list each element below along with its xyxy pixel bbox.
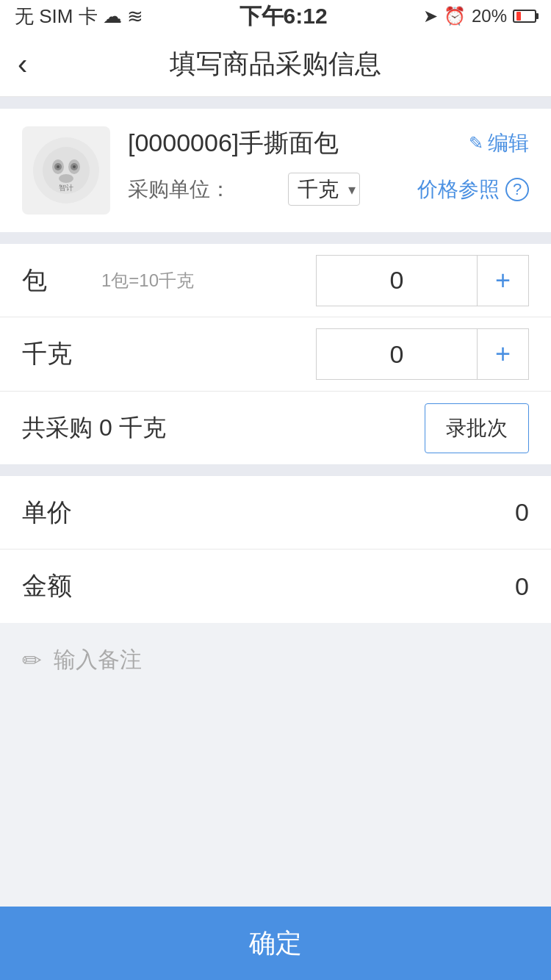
bag-qty-input[interactable] bbox=[316, 255, 478, 306]
amount-label: 金额 bbox=[22, 569, 72, 603]
kg-plus-button[interactable]: + bbox=[478, 328, 529, 380]
page-title: 填写商品采购信息 bbox=[170, 46, 381, 82]
bag-label: 包 bbox=[22, 264, 96, 298]
edit-button[interactable]: ✎ 编辑 bbox=[469, 129, 529, 157]
notes-section: ✏ 输入备注 bbox=[0, 623, 551, 843]
help-icon: ? bbox=[505, 178, 529, 201]
amount-row: 金额 0 bbox=[0, 550, 551, 623]
product-name: [0000006]手撕面包 bbox=[128, 126, 339, 160]
price-divider bbox=[0, 464, 551, 476]
notes-inner: ✏ 输入备注 bbox=[22, 645, 529, 675]
unit-select-wrapper[interactable]: 千克 bbox=[288, 175, 360, 203]
edit-icon: ✎ bbox=[469, 133, 483, 154]
status-network: 无 SIM 卡 ☁ ≋ bbox=[15, 4, 143, 29]
product-info: [0000006]手撕面包 ✎ 编辑 采购单位： 千克 价格参照 ? bbox=[128, 126, 529, 203]
pencil-icon: ✏ bbox=[22, 646, 42, 674]
svg-point-5 bbox=[57, 165, 60, 168]
unit-price-row: 单价 0 bbox=[0, 476, 551, 550]
input-section: 包 1包=10千克 + 千克 + bbox=[0, 244, 551, 391]
unit-price-label: 单价 bbox=[22, 496, 72, 530]
status-location: ➤ bbox=[423, 6, 438, 26]
summary-text: 共采购 0 千克 bbox=[22, 412, 166, 444]
product-name-row: [0000006]手撕面包 ✎ 编辑 bbox=[128, 126, 529, 160]
confirm-button[interactable]: 确定 bbox=[0, 907, 551, 980]
back-button[interactable]: ‹ bbox=[18, 48, 27, 81]
svg-point-6 bbox=[73, 165, 76, 168]
bag-input-row: 包 1包=10千克 + bbox=[0, 244, 551, 317]
price-ref-button[interactable]: 价格参照 ? bbox=[417, 176, 529, 203]
svg-point-7 bbox=[59, 174, 73, 183]
top-divider bbox=[0, 97, 551, 109]
product-logo: 智计 bbox=[33, 137, 99, 203]
status-alarm: ⏰ bbox=[444, 6, 466, 26]
record-batch-button[interactable]: 录批次 bbox=[425, 403, 529, 453]
kg-input-row: 千克 + bbox=[0, 317, 551, 391]
unit-select[interactable]: 千克 bbox=[288, 173, 360, 206]
info-section: 单价 0 金额 0 bbox=[0, 476, 551, 623]
unit-price-value: 0 bbox=[515, 498, 529, 527]
bag-sublabel: 1包=10千克 bbox=[101, 269, 316, 292]
battery-icon bbox=[513, 10, 536, 23]
bag-plus-button[interactable]: + bbox=[478, 255, 529, 306]
battery-fill bbox=[516, 12, 521, 21]
unit-label: 采购单位： bbox=[128, 176, 231, 203]
product-unit-row: 采购单位： 千克 价格参照 ? bbox=[128, 175, 529, 203]
middle-divider bbox=[0, 232, 551, 244]
notes-placeholder[interactable]: 输入备注 bbox=[54, 645, 142, 675]
svg-text:智计: 智计 bbox=[59, 184, 73, 192]
product-card: 智计 [0000006]手撕面包 ✎ 编辑 采购单位： 千克 价格参照 ? bbox=[0, 109, 551, 232]
status-time: 下午6:12 bbox=[240, 1, 328, 32]
amount-value: 0 bbox=[515, 572, 529, 601]
status-battery-pct: 20% bbox=[472, 6, 507, 26]
status-right: ➤ ⏰ 20% bbox=[423, 6, 536, 26]
kg-qty-input[interactable] bbox=[316, 328, 478, 380]
product-thumbnail: 智计 bbox=[22, 126, 110, 215]
bag-input-control: + bbox=[316, 255, 529, 306]
kg-label: 千克 bbox=[22, 337, 96, 371]
nav-bar: ‹ 填写商品采购信息 bbox=[0, 32, 551, 97]
battery-tip bbox=[536, 13, 539, 19]
kg-input-control: + bbox=[316, 328, 529, 380]
status-bar: 无 SIM 卡 ☁ ≋ 下午6:12 ➤ ⏰ 20% bbox=[0, 0, 551, 32]
summary-row: 共采购 0 千克 录批次 bbox=[0, 391, 551, 464]
